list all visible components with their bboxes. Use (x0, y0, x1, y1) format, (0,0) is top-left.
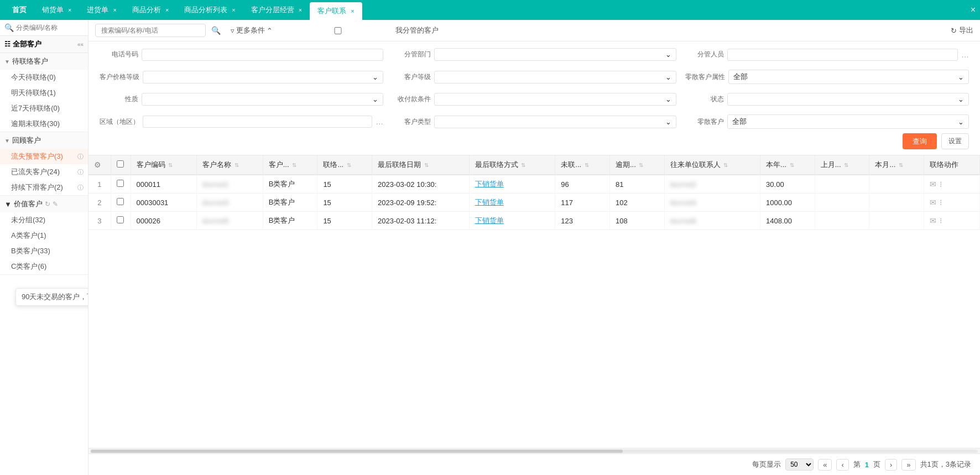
col-uncontacted[interactable]: 未联... ⇅ (555, 155, 610, 175)
nav-sales-close[interactable]: × (68, 0, 71, 20)
group-review-header[interactable]: ▼ 回顾客户 (0, 132, 88, 149)
nav-analysis[interactable]: 商品分析 × (124, 0, 176, 20)
filter-sparse-customer-select[interactable]: 全部 ⌄ (727, 114, 969, 129)
filter-phone-input[interactable] (142, 49, 383, 61)
per-page-label: 每页显示 (752, 460, 781, 469)
sidebar-item-class-a[interactable]: A类客户(1) (0, 228, 88, 243)
sidebar-item-overdue-contact[interactable]: 逾期未联络(30) (0, 116, 88, 132)
filter-customer-type-label: 客户类型 (392, 117, 431, 127)
last-page-button[interactable]: » (901, 459, 915, 471)
contact-icon-1[interactable]: ✉ (930, 198, 936, 207)
sidebar-item-churned[interactable]: 已流失客户(24) ⓘ (0, 164, 88, 180)
next-page-button[interactable]: › (885, 459, 897, 471)
filter-region-dots[interactable]: … (376, 117, 383, 126)
scrollbar-track[interactable] (91, 450, 978, 453)
nav-customer-tier-close[interactable]: × (299, 0, 302, 20)
filter-dept-select[interactable]: ⌄ (434, 48, 676, 61)
col-checkbox[interactable] (111, 155, 131, 175)
col-type[interactable]: 客户... ⇅ (263, 155, 317, 175)
more-conditions-button[interactable]: ▿ 更多条件 ⌃ (226, 23, 277, 38)
nav-purchase[interactable]: 进货单 × (79, 0, 124, 20)
nav-customer-contact-close[interactable]: × (351, 2, 354, 20)
my-customers-checkbox-label[interactable]: 我分管的客户 (283, 25, 439, 35)
settings-button[interactable]: 设置 (941, 133, 969, 149)
sidebar-search-input[interactable] (16, 24, 88, 32)
sidebar-item-today-contact[interactable]: 今天待联络(0) (0, 70, 88, 85)
col-last-date[interactable]: 最后联络日期 ⇅ (372, 155, 470, 175)
nav-purchase-close[interactable]: × (113, 0, 116, 20)
nav-customer-contact[interactable]: 客户联系 × (310, 2, 362, 20)
nav-home[interactable]: 首页 (4, 0, 34, 20)
col-unit-contact[interactable]: 往来单位联系人 ⇅ (664, 155, 760, 175)
sort-icon-lastdate: ⇅ (424, 162, 429, 168)
sidebar-item-class-c[interactable]: C类客户(6) (0, 259, 88, 274)
filter-manager-input[interactable] (727, 49, 958, 61)
edit-icon[interactable]: ✎ (53, 200, 58, 208)
query-btn-area: 查询 设置 (95, 131, 973, 153)
filter-nature-select[interactable]: ⌄ (142, 93, 383, 106)
nav-sales[interactable]: 销货单 × (34, 0, 79, 20)
filter-price-tier-select[interactable]: ⌄ (143, 71, 383, 83)
gear-icon[interactable]: ⚙ (94, 160, 101, 169)
row-checkbox-1[interactable] (111, 194, 131, 212)
row-last-method-1[interactable]: 下销货单 (469, 194, 555, 212)
contact-icon-2[interactable]: ✉ (930, 216, 936, 225)
contact-icon-0[interactable]: ✉ (930, 180, 936, 189)
nav-analysis-list-close[interactable]: × (232, 0, 235, 20)
filter-manager-dots[interactable]: … (961, 50, 969, 59)
more-conditions-label: 更多条件 (236, 25, 265, 35)
data-table-container[interactable]: ⚙ 客户编码 ⇅ 客户名称 ⇅ (88, 155, 980, 448)
nav-customer-tier[interactable]: 客户分层经营 × (243, 0, 310, 20)
filter-sparse-attr-select[interactable]: 全部 ⌄ (728, 70, 969, 84)
export-button[interactable]: ↻ 导出 (951, 25, 973, 35)
first-page-button[interactable]: « (818, 459, 832, 471)
more-icon-1[interactable]: ⁝ (940, 198, 942, 207)
sidebar-item-class-b[interactable]: B类客户(33) (0, 243, 88, 259)
col-code[interactable]: 客户编码 ⇅ (131, 155, 197, 175)
group-value-header[interactable]: ▼ 价值客户 ↻ ✎ (0, 196, 88, 212)
sidebar-item-declining[interactable]: 持续下滑客户(2) ⓘ (0, 180, 88, 195)
row-this-month-1 (869, 194, 924, 212)
col-this-month[interactable]: 本月... ⇅ (869, 155, 924, 175)
col-name[interactable]: 客户名称 ⇅ (197, 155, 263, 175)
col-overdue[interactable]: 逾期... ⇅ (609, 155, 664, 175)
filter-payment-select[interactable]: ⌄ (434, 93, 676, 106)
col-last-method[interactable]: 最后联络方式 ⇅ (469, 155, 555, 175)
sidebar-item-tomorrow-contact[interactable]: 明天待联络(1) (0, 85, 88, 101)
sidebar-search-bar[interactable]: 🔍 (0, 20, 88, 36)
scrollbar-thumb[interactable] (91, 450, 623, 453)
all-customers-header[interactable]: ☷ 全部客户 «« (0, 36, 88, 53)
prev-page-button[interactable]: ‹ (836, 459, 848, 471)
window-close-button[interactable]: × (971, 5, 976, 15)
filter-region-input[interactable] (143, 116, 372, 128)
col-last-month[interactable]: 上月... ⇅ (815, 155, 869, 175)
main-search-button[interactable]: 🔍 (211, 26, 221, 35)
row-last-method-2[interactable]: 下销货单 (469, 212, 555, 230)
refresh-icon[interactable]: ↻ (45, 200, 50, 208)
col-gear[interactable]: ⚙ (88, 155, 111, 175)
select-all-checkbox[interactable] (117, 160, 124, 168)
per-page-select[interactable]: 50 100 (785, 458, 814, 471)
col-contact-count[interactable]: 联络... ⇅ (317, 155, 372, 175)
row-checkbox-2[interactable] (111, 212, 131, 230)
row-code-2: 000026 (131, 212, 197, 230)
my-customers-checkbox[interactable] (283, 27, 393, 34)
nav-analysis-close[interactable]: × (165, 0, 169, 20)
row-last-method-0[interactable]: 下销货单 (469, 175, 555, 194)
sidebar-item-ungrouped[interactable]: 未分组(32) (0, 212, 88, 228)
group-pending-contact-header[interactable]: ▼ 待联络客户 (0, 53, 88, 70)
sidebar-item-7day-contact[interactable]: 近7天待联络(0) (0, 101, 88, 116)
nav-analysis-list[interactable]: 商品分析列表 × (176, 0, 243, 20)
more-icon-0[interactable]: ⁝ (940, 180, 942, 189)
filter-customer-tier-select[interactable]: ⌄ (434, 71, 676, 83)
query-button[interactable]: 查询 (903, 133, 937, 149)
page-unit-label: 页 (873, 460, 880, 469)
filter-status-select[interactable]: ⌄ (727, 93, 969, 106)
sidebar-item-churn-warning[interactable]: 流失预警客户(3) ⓘ (0, 149, 88, 164)
more-icon-2[interactable]: ⁝ (940, 216, 942, 225)
filter-customer-type-select[interactable]: ⌄ (434, 116, 676, 128)
main-search-input[interactable] (95, 24, 206, 37)
horizontal-scrollbar[interactable] (88, 448, 980, 453)
col-this-year[interactable]: 本年... ⇅ (760, 155, 815, 175)
row-checkbox-0[interactable] (111, 175, 131, 194)
